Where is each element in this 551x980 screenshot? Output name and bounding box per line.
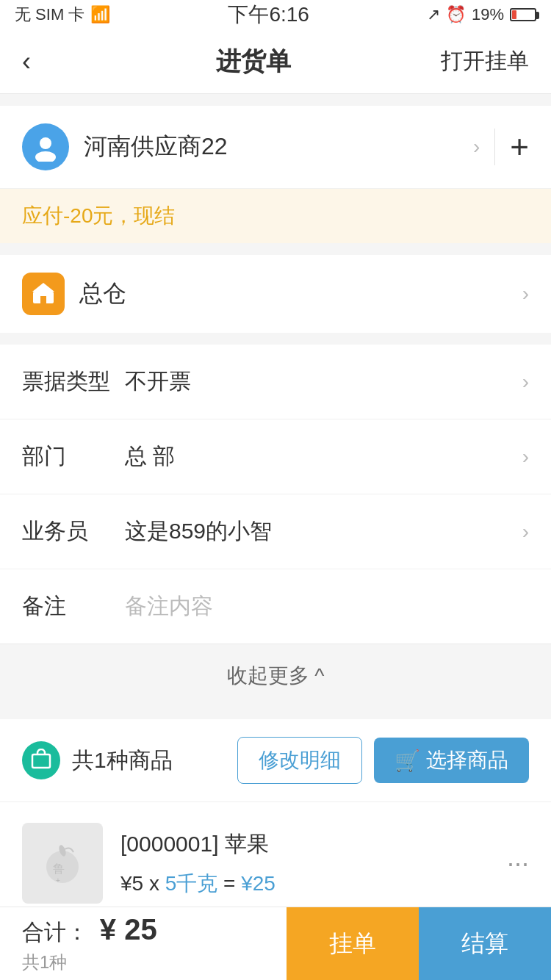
collapse-text: 收起更多 ^ <box>227 664 325 687</box>
department-value: 总 部 <box>125 442 515 472</box>
total-amount: ¥ 25 <box>100 913 157 945</box>
cart-icon: 🛒 <box>395 749 420 773</box>
supplier-avatar <box>22 123 69 170</box>
svg-marker-3 <box>32 283 54 292</box>
back-button[interactable]: ‹ <box>22 46 66 77</box>
product-count-text: 共1种商品 <box>72 746 226 776</box>
staff-label: 业务员 <box>22 516 110 547</box>
invoice-row[interactable]: 票据类型 不开票 › <box>0 345 551 419</box>
product-qty: 5千克 <box>165 872 218 895</box>
supplier-name: 河南供应商22 <box>84 131 466 163</box>
department-row[interactable]: 部门 总 部 › <box>0 419 551 494</box>
department-label: 部门 <box>22 442 110 472</box>
product-total: ¥25 <box>241 872 276 895</box>
battery-percent: 19% <box>472 5 504 24</box>
department-chevron-icon: › <box>522 445 529 469</box>
content-area: 河南供应商22 › + 应付-20元，现结 总仓 › 票据类型 不开票 <box>0 94 551 980</box>
page-title: 进货单 <box>216 45 291 79</box>
alarm-icon: ⏰ <box>446 5 466 24</box>
status-right: ↗ ⏰ 19% <box>427 5 536 24</box>
status-left: 无 SIM 卡 📶 <box>15 4 110 26</box>
form-section: 票据类型 不开票 › 部门 总 部 › 业务员 这是859的小智 › 备注 备注… <box>0 345 551 707</box>
warehouse-name: 总仓 <box>79 278 515 310</box>
warehouse-icon <box>22 273 65 315</box>
invoice-value: 不开票 <box>125 367 515 397</box>
sim-status: 无 SIM 卡 <box>15 4 84 26</box>
select-product-label: 选择商品 <box>426 746 508 774</box>
nav-bar: ‹ 进货单 打开挂单 <box>0 29 551 94</box>
product-header: 共1种商品 修改明细 🛒 选择商品 <box>0 719 551 802</box>
warning-banner: 应付-20元，现结 <box>0 189 551 243</box>
separator-top <box>0 94 551 106</box>
total-label: 合计： <box>22 920 88 944</box>
product-unit-price: ¥5 <box>120 872 143 895</box>
svg-rect-5 <box>32 754 50 768</box>
status-bar: 无 SIM 卡 📶 下午6:16 ↗ ⏰ 19% <box>0 0 551 29</box>
status-time: 下午6:16 <box>228 1 309 29</box>
edit-detail-button[interactable]: 修改明细 <box>237 737 362 784</box>
product-name: [0000001] 苹果 <box>120 829 495 860</box>
open-hang-button[interactable]: 打开挂单 <box>441 46 529 76</box>
note-row[interactable]: 备注 备注内容 <box>0 569 551 644</box>
svg-point-0 <box>40 137 51 149</box>
battery-icon <box>510 8 536 21</box>
product-info: [0000001] 苹果 ¥5 x 5千克 = ¥25 <box>120 829 495 898</box>
supplier-chevron-icon: › <box>473 135 480 159</box>
staff-row[interactable]: 业务员 这是859的小智 › <box>0 494 551 569</box>
collapse-button[interactable]: 收起更多 ^ <box>0 644 551 707</box>
svg-point-1 <box>35 151 56 162</box>
products-section: 共1种商品 修改明细 🛒 选择商品 鲁 + [0000001] 苹果 <box>0 719 551 924</box>
select-product-button[interactable]: 🛒 选择商品 <box>374 738 529 783</box>
total-count: 共1种 <box>22 951 264 974</box>
supplier-row[interactable]: 河南供应商22 › + <box>0 106 551 189</box>
bottom-bar: 合计： ¥ 25 共1种 挂单 结算 <box>0 907 551 980</box>
wifi-icon: 📶 <box>90 5 110 24</box>
hang-button[interactable]: 挂单 <box>287 907 419 981</box>
note-input[interactable]: 备注内容 <box>125 591 529 621</box>
total-section: 合计： ¥ 25 共1种 <box>0 913 287 974</box>
product-more-button[interactable]: ··· <box>495 848 529 879</box>
price-separator: x <box>149 872 165 895</box>
warehouse-chevron-icon: › <box>522 282 529 306</box>
invoice-label: 票据类型 <box>22 367 110 397</box>
total-row: 合计： ¥ 25 <box>22 913 264 948</box>
svg-rect-4 <box>40 296 46 303</box>
product-thumbnail: 鲁 + <box>22 823 103 904</box>
staff-chevron-icon: › <box>522 520 529 544</box>
warehouse-row[interactable]: 总仓 › <box>0 255 551 333</box>
checkout-button[interactable]: 结算 <box>419 907 551 981</box>
staff-value: 这是859的小智 <box>125 516 515 547</box>
supplier-divider <box>494 129 495 165</box>
supplier-add-button[interactable]: + <box>510 131 529 163</box>
invoice-chevron-icon: › <box>522 370 529 394</box>
warehouse-section[interactable]: 总仓 › <box>0 255 551 333</box>
equals-sign: = <box>223 872 241 895</box>
note-label: 备注 <box>22 591 110 621</box>
product-count-icon <box>22 741 60 779</box>
supplier-section: 河南供应商22 › + 应付-20元，现结 <box>0 106 551 243</box>
svg-text:鲁: 鲁 <box>53 862 65 875</box>
location-icon: ↗ <box>427 5 440 24</box>
svg-text:+: + <box>56 876 60 884</box>
warning-text: 应付-20元，现结 <box>22 204 175 227</box>
product-price: ¥5 x 5千克 = ¥25 <box>120 870 495 898</box>
